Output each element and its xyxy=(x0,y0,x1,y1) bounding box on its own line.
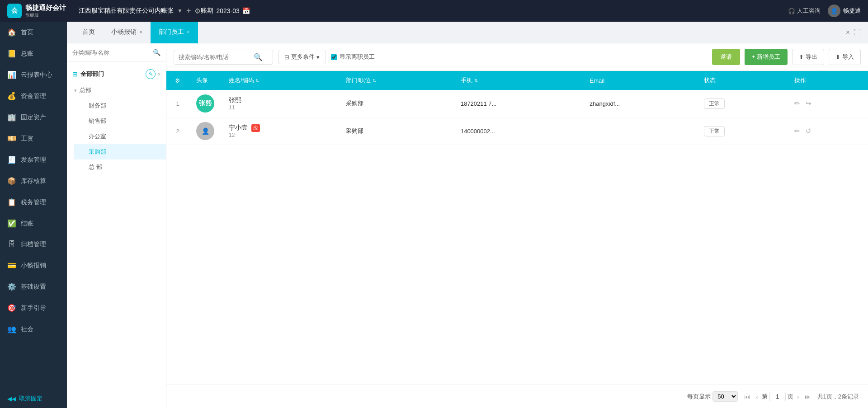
assets-icon: 🏢 xyxy=(7,113,16,122)
close-tab-button[interactable]: × xyxy=(846,28,850,37)
dept-item-office[interactable]: 办公室 xyxy=(74,129,166,144)
maximize-tab-button[interactable]: ⛶ xyxy=(854,28,861,37)
tab-bar-actions: × ⛶ xyxy=(846,28,861,37)
reset-employee-icon[interactable]: ↺ xyxy=(806,127,811,135)
sidebar-label: 结账 xyxy=(21,220,33,228)
col-dept[interactable]: 部门/职位 ⇅ xyxy=(339,71,453,90)
reports-icon: 📊 xyxy=(7,70,16,79)
department-panel: 🔍 ⊞ 全部部门 ✎ « ▾ xyxy=(67,43,166,408)
close-tab-dept-icon[interactable]: × xyxy=(187,29,190,35)
page-input[interactable] xyxy=(769,392,786,401)
add-employee-button[interactable]: + 新增员工 xyxy=(745,49,788,65)
company-name: 江西服宝精品有限责任公司内账张 xyxy=(79,7,174,15)
avatar: 👤 xyxy=(828,5,840,17)
total-records: 共1页，2条记录 xyxy=(817,393,859,401)
tab-department[interactable]: 部门员工 × xyxy=(151,22,198,43)
collapse-tree-button[interactable]: « xyxy=(157,69,160,79)
dept-item-hq[interactable]: ▾ 总部 xyxy=(67,83,166,98)
actions-cell: ✏ ↺ xyxy=(787,117,868,145)
import-button[interactable]: ⬇ 导入 xyxy=(829,49,861,65)
status-badge: 正常 xyxy=(704,126,725,136)
page-nav: ⏮ ‹ 第 页 › ⏭ xyxy=(742,391,812,402)
sidebar-item-social[interactable]: 👥 社会 xyxy=(0,319,67,340)
sidebar-item-expense[interactable]: 💳 小畅报销 xyxy=(0,255,67,276)
avatar-cell: 张熙 xyxy=(189,90,222,117)
show-resigned-checkbox[interactable] xyxy=(331,54,337,60)
ai-consult-button[interactable]: 🎧 人工咨询 xyxy=(788,7,821,15)
company-dropdown-icon[interactable]: ▼ xyxy=(177,8,183,14)
tab-home[interactable]: 首页 xyxy=(74,22,103,43)
export-icon: ⬆ xyxy=(799,54,804,61)
edit-dept-button[interactable]: ✎ xyxy=(146,69,156,79)
export-button[interactable]: ⬆ 导出 xyxy=(792,49,824,65)
sidebar-item-ledger[interactable]: 📒 总账 xyxy=(0,43,67,64)
employee-avatar: 张熙 xyxy=(196,94,214,113)
add-company-icon[interactable]: + xyxy=(186,6,191,16)
close-tab-expense-icon[interactable]: × xyxy=(139,29,142,35)
invite-button[interactable]: 邀请 xyxy=(712,49,740,65)
sidebar-item-reports[interactable]: 📊 云报表中心 xyxy=(0,64,67,85)
sidebar-item-close[interactable]: ✅ 结账 xyxy=(0,213,67,234)
expand-icon: ▾ xyxy=(74,88,77,94)
dept-actions: ✎ « xyxy=(146,69,160,79)
sidebar-item-archive[interactable]: 🗄 归档管理 xyxy=(0,234,67,255)
sidebar-item-funds[interactable]: 💰 资金管理 xyxy=(0,85,67,107)
sidebar-item-assets[interactable]: 🏢 固定资产 xyxy=(0,107,67,128)
sidebar-item-invoice[interactable]: 🧾 发票管理 xyxy=(0,149,67,170)
action-icons: ✏ ↺ xyxy=(794,127,861,135)
cancel-fixed-button[interactable]: ◀◀ 取消固定 xyxy=(0,389,67,408)
employee-search-area[interactable]: 🔍 xyxy=(174,50,273,65)
header-actions: 🎧 人工咨询 👤 畅捷通 xyxy=(788,5,861,17)
sidebar-item-tax[interactable]: 📋 税务管理 xyxy=(0,192,67,213)
col-phone[interactable]: 手机 ⇅ xyxy=(453,71,583,90)
prev-page-button[interactable]: ‹ xyxy=(754,391,760,402)
employee-search-input[interactable] xyxy=(179,54,251,61)
sidebar-item-salary[interactable]: 💴 工资 xyxy=(0,128,67,149)
logo-area: 会 畅捷通好会计 旗舰版 xyxy=(7,4,74,19)
dept-item-procurement[interactable]: 采购部 xyxy=(74,144,166,159)
dept-search-input[interactable] xyxy=(72,49,149,56)
sidebar-item-inventory[interactable]: 📦 库存核算 xyxy=(0,170,67,192)
dept-search-icon[interactable]: 🔍 xyxy=(153,49,160,56)
status-cell: 正常 xyxy=(697,90,787,117)
settings-icon[interactable]: ⚙ xyxy=(194,7,201,15)
calendar-icon[interactable]: 📅 xyxy=(242,7,250,14)
page-size-select[interactable]: 20 50 100 xyxy=(712,391,738,402)
dept-item-general[interactable]: 总 部 xyxy=(74,159,166,175)
pin-icon: ◀◀ xyxy=(7,395,16,402)
col-name[interactable]: 姓名/编码 ⇅ xyxy=(222,71,339,90)
app-sub: 旗舰版 xyxy=(25,12,66,19)
page-content: 🔍 ⊞ 全部部门 ✎ « ▾ xyxy=(67,43,868,408)
sidebar-label: 小畅报销 xyxy=(21,262,46,270)
edit-employee-icon[interactable]: ✏ xyxy=(794,99,800,108)
tab-expense[interactable]: 小畅报销 × xyxy=(103,22,151,43)
avatar-cell: 👤 xyxy=(189,117,222,145)
search-icon[interactable]: 🔍 xyxy=(254,53,263,61)
all-dept-header[interactable]: ⊞ 全部部门 ✎ « xyxy=(67,66,166,83)
col-status: 状态 xyxy=(697,71,787,90)
home-icon: 🏠 xyxy=(7,28,16,37)
dept-item-sales[interactable]: 销售部 xyxy=(74,113,166,129)
dept-item-finance[interactable]: 财务部 xyxy=(74,98,166,113)
row-num: 1 xyxy=(166,90,189,117)
phone-cell: 140000002... xyxy=(453,117,583,145)
col-actions: 操作 xyxy=(787,71,868,90)
sidebar-item-settings[interactable]: ⚙️ 基础设置 xyxy=(0,276,67,297)
col-settings[interactable]: ⚙ xyxy=(166,71,189,90)
employee-toolbar: 🔍 ⊟ 更多条件 ▾ 显示离职员工 邀请 + 新增员工 xyxy=(166,43,868,71)
sidebar-item-home[interactable]: 🏠 首页 xyxy=(0,22,67,43)
actions-cell: ✏ ↪ xyxy=(787,90,868,117)
edit-employee-icon[interactable]: ✏ xyxy=(794,127,800,135)
app-name: 畅捷通好会计 xyxy=(25,4,66,11)
page-size-area: 每页显示 20 50 100 xyxy=(687,391,738,402)
expense-icon: 💳 xyxy=(7,261,16,270)
delete-employee-icon[interactable]: ↪ xyxy=(806,99,811,108)
sidebar-item-guide[interactable]: 🎯 新手引导 xyxy=(0,297,67,319)
status-cell: 正常 xyxy=(697,117,787,145)
last-page-button[interactable]: ⏭ xyxy=(803,391,813,402)
next-page-button[interactable]: › xyxy=(795,391,801,402)
more-filter-button[interactable]: ⊟ 更多条件 ▾ xyxy=(278,50,326,64)
company-selector[interactable]: 江西服宝精品有限责任公司内账张 ▼ + ⚙ xyxy=(79,6,201,16)
first-page-button[interactable]: ⏮ xyxy=(742,391,752,402)
col-avatar: 头像 xyxy=(189,71,222,90)
